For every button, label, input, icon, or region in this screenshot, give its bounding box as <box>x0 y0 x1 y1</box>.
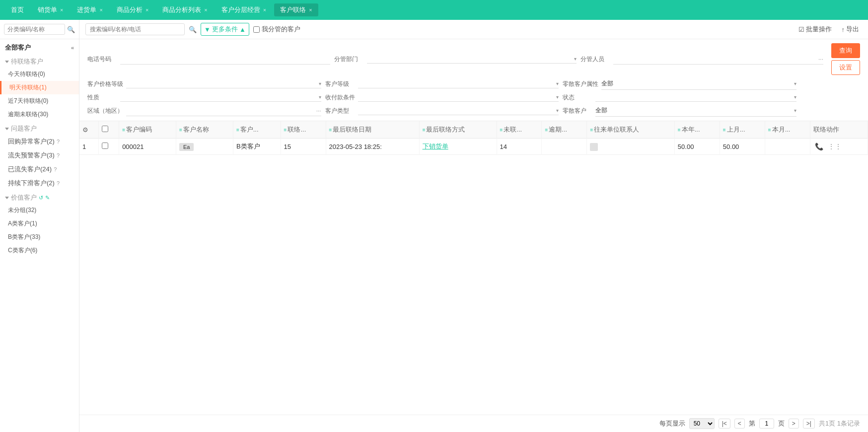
nav-home[interactable]: 首页 <box>5 3 30 16</box>
filter-manager-input[interactable]: ··· <box>613 54 823 65</box>
row-overdue <box>542 139 587 155</box>
col-this-year: ≡本年... <box>674 121 720 139</box>
row-actions: 📞 ⋮⋮ <box>810 139 868 155</box>
filter-phone: 电话号码 <box>87 43 330 75</box>
filter-customer-type-select[interactable]: ▾ <box>358 106 559 115</box>
sidebar-item-churned[interactable]: 已流失客户(24) ? <box>0 162 79 176</box>
filter-retail-customer-select[interactable]: 全部 ▾ <box>595 105 796 117</box>
sidebar-search-input[interactable] <box>4 24 65 35</box>
sidebar-search-icon[interactable]: 🔍 <box>67 26 75 33</box>
refresh-icon[interactable]: ↺ <box>39 195 43 201</box>
col-no-contact: ≡未联... <box>497 121 542 139</box>
more-filter-btn[interactable]: ▼ 更多条件 ▲ <box>201 23 249 36</box>
col-settings[interactable]: ⚙ <box>79 121 99 139</box>
filter-customer-level-label: 客户等级 <box>325 80 355 88</box>
filter-region-dots[interactable]: ··· <box>316 107 321 114</box>
sidebar-item-tomorrow[interactable]: 明天待联络(1) <box>0 81 79 94</box>
filter-search-input[interactable] <box>85 23 185 35</box>
close-product-analysis-list-icon[interactable]: × <box>204 7 207 13</box>
chevron-up-icon: ▲ <box>239 26 246 33</box>
filter-retail-attr-select[interactable]: 全部 ▾ <box>601 78 796 90</box>
filter-phone-label: 电话号码 <box>87 55 117 64</box>
nav-sales-order[interactable]: 销货单 × <box>32 3 69 16</box>
row-last-method[interactable]: 下销货单 <box>419 139 497 155</box>
filter-customer-level-select[interactable]: ▾ <box>358 79 559 88</box>
edit-value-icon[interactable]: ✎ <box>45 195 50 201</box>
export-icon: ↑ <box>842 26 845 33</box>
per-page-select[interactable]: 50 100 200 <box>689 418 715 429</box>
filter-retail-attr-label: 零散客户属性 <box>563 80 598 88</box>
row-name: Ea <box>176 139 233 155</box>
filter-dept-select[interactable]: ▾ <box>367 55 577 64</box>
filter-bar-right: ☑ 批量操作 ↑ 导出 <box>796 23 863 35</box>
collapse-icon[interactable]: « <box>71 45 74 51</box>
filter-price-level-select[interactable]: ▾ <box>126 79 321 88</box>
sidebar-item-overdue[interactable]: 逾期未联络(30) <box>0 108 79 121</box>
first-page-btn[interactable]: |< <box>719 419 730 429</box>
all-customers-title[interactable]: 全部客户 « <box>0 39 79 54</box>
group-pending-contact[interactable]: 待联络客户 <box>0 54 79 68</box>
sidebar-item-class-c[interactable]: C类客户(6) <box>0 244 79 257</box>
filter-status-select[interactable]: ▾ <box>595 93 796 102</box>
my-customer-checkbox-area[interactable]: 我分管的客户 <box>253 25 300 34</box>
sidebar-item-churn-warning[interactable]: 流失预警客户(3) ? <box>0 148 79 162</box>
top-nav: 首页 销货单 × 进货单 × 商品分析 × 商品分析列表 × 客户分层经营 × … <box>0 0 868 20</box>
query-button[interactable]: 查询 <box>831 43 860 58</box>
nav-product-analysis-list[interactable]: 商品分析列表 × <box>156 3 213 16</box>
row-this-month <box>765 139 810 155</box>
row-this-year: 50.00 <box>674 139 720 155</box>
my-customer-checkbox[interactable] <box>253 26 260 33</box>
filter-region-input[interactable]: ··· <box>126 106 321 116</box>
sidebar-item-class-b[interactable]: B类客户(33) <box>0 230 79 244</box>
filter-manager-dots[interactable]: ··· <box>818 56 823 63</box>
filter-phone-input[interactable] <box>120 54 330 65</box>
total-pages-label: 页 <box>778 419 785 428</box>
nav-customer-tier[interactable]: 客户分层经营 × <box>216 3 272 16</box>
page-input[interactable] <box>759 419 774 429</box>
select-all-checkbox[interactable] <box>102 126 108 132</box>
row-phone-icon[interactable]: 📞 <box>815 143 823 150</box>
close-customer-tier-icon[interactable]: × <box>263 7 266 13</box>
filter-payment-select[interactable]: ▾ <box>358 93 559 102</box>
nav-purchase-order[interactable]: 进货单 × <box>71 3 108 16</box>
filter-payment-label: 收付款条件 <box>325 93 355 102</box>
data-table-container: ⚙ ≡客户编码 ≡客户名称 ≡客户... ≡联络... ≡最后联络日期 ≡最后联… <box>79 121 868 415</box>
retail-attr-chevron: ▾ <box>794 81 796 86</box>
row-more-icon[interactable]: ⋮⋮ <box>828 143 842 150</box>
sidebar-item-declining[interactable]: 持续下滑客户(2) ? <box>0 176 79 190</box>
export-btn[interactable]: ↑ 导出 <box>839 23 863 35</box>
close-product-analysis-icon[interactable]: × <box>145 7 148 13</box>
batch-op-btn[interactable]: ☑ 批量操作 <box>796 23 835 35</box>
nav-product-analysis[interactable]: 商品分析 × <box>111 3 154 16</box>
filter-region-label: 区域（地区） <box>87 107 123 115</box>
status-chevron: ▾ <box>794 94 796 100</box>
sidebar-item-today[interactable]: 今天待联络(0) <box>0 68 79 81</box>
set-button[interactable]: 设置 <box>831 60 860 75</box>
last-page-btn[interactable]: >| <box>803 419 815 429</box>
filter-dept-label: 分管部门 <box>334 55 364 64</box>
group-value-customers[interactable]: 价值客户 ↺ ✎ <box>0 190 79 204</box>
close-sales-order-icon[interactable]: × <box>60 7 63 13</box>
sidebar-item-repurchase-anomaly[interactable]: 回购异常客户(2) ? <box>0 135 79 148</box>
nav-customer-contact[interactable]: 客户联络 × <box>274 3 318 16</box>
col-last-month: ≡上月... <box>720 121 765 139</box>
close-purchase-order-icon[interactable]: × <box>99 7 102 13</box>
col-last-method: ≡最后联络方式 <box>419 121 497 139</box>
row-code: 000021 <box>119 139 176 155</box>
next-page-btn[interactable]: > <box>789 419 799 429</box>
sidebar-item-ungrouped[interactable]: 未分组(32) <box>0 204 79 217</box>
sidebar-item-class-a[interactable]: A类客户(1) <box>0 217 79 230</box>
group-problem-customers[interactable]: 问题客户 <box>0 121 79 135</box>
col-code: ≡客户编码 <box>119 121 176 139</box>
prev-page-btn[interactable]: < <box>734 419 745 429</box>
sidebar-item-7days[interactable]: 近7天待联络(0) <box>0 94 79 108</box>
row-checkbox[interactable] <box>99 139 119 155</box>
close-customer-contact-icon[interactable]: × <box>309 7 312 13</box>
col-checkbox[interactable] <box>99 121 119 139</box>
filter-nature-select[interactable]: ▾ <box>120 93 321 102</box>
col-contact-person: ≡往来单位联系人 <box>587 121 674 139</box>
page-label: 第 <box>749 419 755 428</box>
col-type: ≡客户... <box>233 121 281 139</box>
filter-search-icon[interactable]: 🔍 <box>189 26 197 33</box>
retail-customer-chevron: ▾ <box>794 108 796 113</box>
